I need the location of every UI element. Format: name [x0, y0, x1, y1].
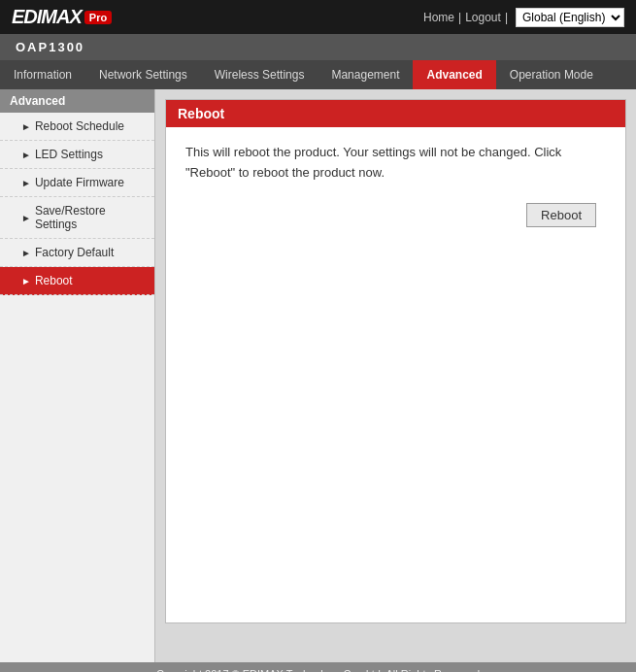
- logo: EDIMAX Pro: [12, 6, 112, 28]
- nav-item-advanced[interactable]: Advanced: [413, 60, 495, 89]
- logo-text: EDIMAX: [12, 6, 82, 28]
- header: EDIMAX Pro Home | Logout | Global (Engli…: [0, 0, 636, 34]
- content-body: This will reboot the product. Your setti…: [166, 127, 625, 243]
- sidebar-item-update-firmware[interactable]: ► Update Firmware: [0, 169, 154, 197]
- main-nav: InformationNetwork SettingsWireless Sett…: [0, 60, 636, 89]
- sidebar-item-reboot[interactable]: ► Reboot: [0, 267, 154, 295]
- nav-item-operation-mode[interactable]: Operation Mode: [496, 60, 607, 89]
- content-area: Reboot This will reboot the product. You…: [155, 89, 636, 662]
- sidebar-section-title: Advanced: [0, 89, 154, 113]
- arrow-icon: ►: [21, 121, 31, 132]
- arrow-icon: ►: [21, 213, 31, 223]
- header-links: Home | Logout | Global (English): [423, 8, 624, 27]
- sidebar: Advanced ► Reboot Schedule► LED Settings…: [0, 89, 155, 662]
- content-header: Reboot: [166, 100, 625, 127]
- separator-1: |: [458, 11, 461, 24]
- reboot-btn-row: Reboot: [185, 203, 606, 227]
- footer: Copyright 2017 © EDIMAX Technology Co., …: [0, 662, 636, 672]
- language-select[interactable]: Global (English): [516, 8, 624, 27]
- separator-2: |: [505, 11, 508, 24]
- reboot-message: This will reboot the product. Your setti…: [185, 143, 606, 184]
- sidebar-item-reboot-schedule[interactable]: ► Reboot Schedule: [0, 113, 154, 141]
- arrow-icon: ►: [21, 276, 31, 286]
- nav-item-management[interactable]: Management: [318, 60, 413, 89]
- arrow-icon: ►: [21, 150, 31, 160]
- product-model: OAP1300: [16, 40, 84, 54]
- sidebar-item-factory-default[interactable]: ► Factory Default: [0, 239, 154, 267]
- footer-text: Copyright 2017 © EDIMAX Technology Co., …: [156, 668, 480, 672]
- home-link[interactable]: Home: [423, 11, 454, 24]
- main-layout: Advanced ► Reboot Schedule► LED Settings…: [0, 89, 636, 662]
- reboot-button[interactable]: Reboot: [526, 203, 596, 227]
- logout-link[interactable]: Logout: [465, 11, 501, 24]
- arrow-icon: ►: [21, 178, 31, 188]
- nav-item-network-settings[interactable]: Network Settings: [85, 60, 201, 89]
- content-box: Reboot This will reboot the product. You…: [165, 99, 626, 623]
- nav-item-wireless-settings[interactable]: Wireless Settings: [201, 60, 318, 89]
- logo-pro: Pro: [84, 11, 112, 24]
- arrow-icon: ►: [21, 248, 31, 258]
- nav-item-information[interactable]: Information: [0, 60, 85, 89]
- sidebar-item-save-restore-settings[interactable]: ► Save/Restore Settings: [0, 197, 154, 239]
- product-bar: OAP1300: [0, 34, 636, 60]
- sidebar-item-led-settings[interactable]: ► LED Settings: [0, 141, 154, 169]
